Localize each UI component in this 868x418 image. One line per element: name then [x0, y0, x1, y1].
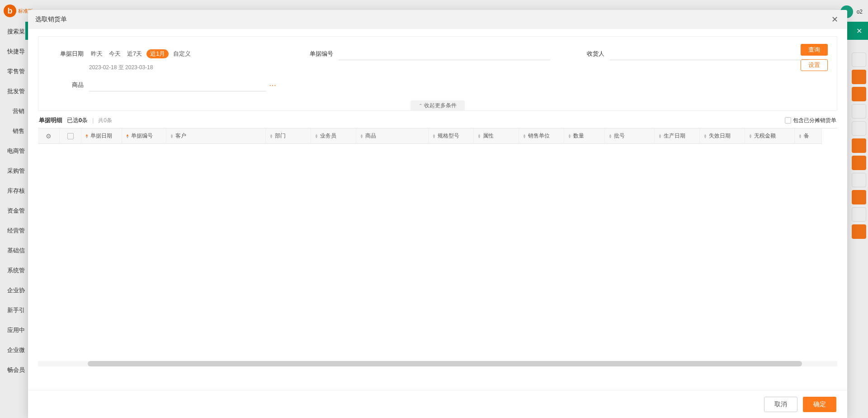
sort-icon: ▲▼: [749, 134, 752, 138]
col-label: 单据编号: [131, 132, 153, 140]
sort-icon: ▲▼: [703, 134, 707, 138]
col-3[interactable]: ▲▼部门: [266, 128, 311, 144]
sort-icon: ▲▼: [85, 134, 89, 138]
col-8[interactable]: ▲▼销售单位: [519, 128, 564, 144]
cancel-button[interactable]: 取消: [764, 397, 797, 412]
col-label: 商品: [365, 132, 376, 140]
date-opt-2[interactable]: 近7天: [125, 49, 144, 58]
sort-icon: ▲▼: [609, 134, 612, 138]
col-2[interactable]: ▲▼客户: [166, 128, 266, 144]
sort-icon: ▲▼: [315, 134, 318, 138]
col-12[interactable]: ▲▼失效日期: [700, 128, 745, 144]
order-no-label: 单据编号: [306, 50, 333, 58]
modal: 选取销货单 ✕ 查询 设置 单据日期 昨天今天近7天近1月自定义 单据编号: [28, 10, 847, 418]
sort-icon: ▲▼: [432, 134, 436, 138]
date-opt-3[interactable]: 近1月: [146, 49, 169, 58]
col-10[interactable]: ▲▼批号: [605, 128, 655, 144]
total-count: 共0条: [98, 117, 112, 124]
table-body-empty: [38, 144, 837, 361]
select-all-checkbox[interactable]: [60, 128, 81, 144]
receiver-more-icon[interactable]: ⋯: [809, 50, 821, 58]
col-label: 失效日期: [709, 132, 731, 140]
col-5[interactable]: ▲▼商品: [356, 128, 429, 144]
order-no-input[interactable]: [339, 48, 550, 60]
col-13[interactable]: ▲▼无税金额: [745, 128, 795, 144]
include-split-checkbox[interactable]: [785, 117, 791, 124]
col-label: 属性: [483, 132, 494, 140]
col-label: 业务员: [320, 132, 336, 140]
sort-icon: ▲▼: [126, 134, 129, 138]
col-14[interactable]: ▲▼备: [795, 128, 822, 144]
collapse-filters-button[interactable]: 收起更多条件: [410, 100, 465, 110]
sort-icon: ▲▼: [477, 134, 481, 138]
scrollbar-thumb[interactable]: [88, 361, 802, 366]
collapse-label: 收起更多条件: [424, 102, 457, 109]
horizontal-scrollbar[interactable]: [38, 361, 837, 366]
col-0[interactable]: ▲▼单据日期: [81, 128, 122, 144]
receiver-label: 收货人: [577, 50, 604, 58]
sort-icon: ▲▼: [269, 134, 273, 138]
col-label: 无税金额: [754, 132, 776, 140]
tab-detail[interactable]: 单据明细: [39, 116, 62, 124]
col-label: 备: [804, 132, 809, 140]
col-label: 生产日期: [664, 132, 685, 140]
receiver-input[interactable]: [610, 48, 809, 60]
close-icon[interactable]: ✕: [829, 14, 840, 25]
table: ▲▼单据日期▲▼单据编号▲▼客户▲▼部门▲▼业务员▲▼商品▲▼规格型号▲▼属性▲…: [38, 128, 837, 366]
col-label: 数量: [573, 132, 584, 140]
sort-icon: ▲▼: [170, 134, 174, 138]
modal-footer: 取消 确定: [28, 390, 847, 418]
sort-icon: ▲▼: [568, 134, 571, 138]
sort-icon: ▲▼: [658, 134, 662, 138]
sort-icon: ▲▼: [360, 134, 363, 138]
sort-icon: ▲▼: [798, 134, 802, 138]
modal-header: 选取销货单 ✕: [28, 10, 847, 29]
gear-icon: [46, 133, 52, 140]
col-4[interactable]: ▲▼业务员: [311, 128, 356, 144]
product-label: 商品: [51, 81, 84, 89]
date-opt-0[interactable]: 昨天: [89, 49, 104, 58]
settings-button[interactable]: 设置: [801, 59, 828, 71]
product-input[interactable]: [89, 79, 266, 91]
date-range-text: 2023-02-18 至 2023-03-18: [89, 64, 824, 71]
date-opt-4[interactable]: 自定义: [171, 49, 193, 58]
include-split-label: 包含已分摊销货单: [793, 117, 836, 124]
col-11[interactable]: ▲▼生产日期: [655, 128, 700, 144]
col-label: 单据日期: [90, 132, 112, 140]
chevron-up-icon: [419, 102, 422, 109]
date-label: 单据日期: [51, 50, 84, 58]
modal-title: 选取销货单: [35, 15, 67, 24]
col-9[interactable]: ▲▼数量: [564, 128, 605, 144]
col-label: 批号: [614, 132, 625, 140]
product-more-icon[interactable]: ⋯: [266, 81, 279, 90]
modal-overlay: 选取销货单 ✕ 查询 设置 单据日期 昨天今天近7天近1月自定义 单据编号: [0, 0, 868, 418]
col-label: 规格型号: [438, 132, 459, 140]
col-label: 部门: [275, 132, 286, 140]
col-label: 客户: [175, 132, 186, 140]
col-6[interactable]: ▲▼规格型号: [429, 128, 474, 144]
col-7[interactable]: ▲▼属性: [474, 128, 519, 144]
col-1[interactable]: ▲▼单据编号: [122, 128, 166, 144]
col-label: 销售单位: [528, 132, 550, 140]
selected-count: 已选0条: [67, 116, 88, 124]
filter-panel: 查询 设置 单据日期 昨天今天近7天近1月自定义 单据编号 收货人: [38, 36, 837, 111]
date-opt-1[interactable]: 今天: [107, 49, 123, 58]
column-settings-button[interactable]: [38, 128, 60, 144]
sort-icon: ▲▼: [523, 134, 526, 138]
ok-button[interactable]: 确定: [803, 397, 836, 412]
